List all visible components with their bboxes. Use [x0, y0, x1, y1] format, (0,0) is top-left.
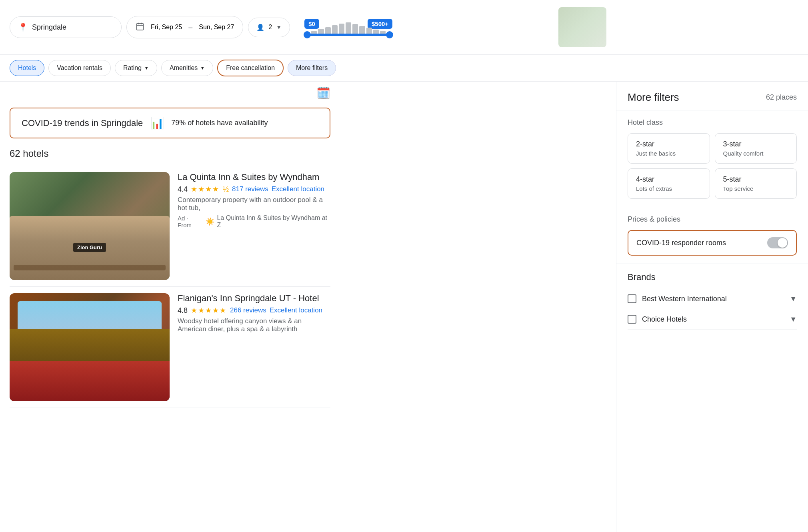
guests-value: 2	[268, 24, 272, 31]
reviews-link-2[interactable]: 266 reviews	[230, 306, 266, 314]
hotels-count: 62 hotels	[10, 145, 330, 166]
location-input[interactable]: 📍 Springdale	[10, 16, 122, 38]
hotel-desc-2: Woodsy hotel offering canyon views & an …	[178, 317, 330, 333]
hotel-class-section: Hotel class 2-star Just the basics 3-sta…	[616, 110, 808, 207]
calendar-emoji-icon: 🗓️	[316, 86, 330, 100]
more-filters-panel: More filters 62 places Hotel class 2-sta…	[616, 82, 808, 532]
sun-icon-1: ☀️	[206, 217, 214, 226]
hotel-sign-1: Zion Guru	[73, 243, 106, 252]
rating-score-1: 4.4	[178, 185, 188, 194]
prices-section: Prices & policies COVID-19 responder roo…	[616, 207, 808, 264]
ad-badge-1: Ad · From	[178, 215, 203, 228]
price-range: $0 $500+	[295, 16, 402, 39]
rating-chevron-icon: ▼	[144, 65, 149, 71]
amenities-chevron-icon: ▼	[200, 65, 205, 71]
star-option-2[interactable]: 2-star Just the basics	[628, 133, 710, 164]
covid-responder-toggle[interactable]	[767, 237, 788, 248]
star-name-5: 5-star	[723, 175, 789, 184]
map-thumbnail[interactable]	[558, 7, 606, 47]
ad-source-1: La Quinta Inn & Suites by Wyndham at Z	[217, 214, 330, 229]
star-desc-2: Just the basics	[636, 150, 702, 157]
stars-1: ★★★★	[191, 185, 220, 194]
filters-header: More filters 62 places	[616, 82, 808, 110]
hotel-card-2[interactable]: Flanigan's Inn Springdale UT - Hotel 4.8…	[10, 287, 330, 408]
covid-responder-row: COVID-19 responder rooms	[628, 230, 797, 256]
price-thumb-min[interactable]	[304, 31, 311, 38]
brand-checkbox-2[interactable]	[628, 315, 636, 324]
star-name-3: 3-star	[723, 140, 789, 148]
rating-tab-label: Rating	[123, 64, 142, 72]
brand-item-choice-hotels[interactable]: Choice Hotels ▼	[628, 309, 797, 330]
hotel-rating-row-2: 4.8 ★★★★★ 266 reviews Excellent location	[178, 306, 330, 315]
availability-text: 79% of hotels have availability	[171, 119, 268, 127]
svg-rect-0	[137, 24, 144, 30]
brand-chevron-1: ▼	[790, 295, 797, 303]
brand-name-1: Best Western International	[642, 295, 727, 303]
hotel-image-2	[10, 293, 170, 401]
star-option-5[interactable]: 5-star Top service	[715, 168, 797, 199]
left-panel: 🗓️ COVID-19 trends in Springdale 📊 79% o…	[0, 82, 340, 408]
filter-bar: Hotels Vacation rentals Rating ▼ Ameniti…	[0, 55, 808, 82]
location-link-2[interactable]: Excellent location	[270, 306, 322, 314]
stars-2: ★★★★★	[191, 306, 227, 315]
hotel-card-1[interactable]: Zion Guru La Quinta Inn & Suites by Wynd…	[10, 166, 330, 287]
price-slider-track[interactable]	[304, 34, 392, 36]
chart-icon: 📊	[150, 116, 164, 130]
filter-tab-hotels[interactable]: Hotels	[10, 60, 44, 76]
amenities-tab-label: Amenities	[170, 64, 198, 72]
brands-title: Brands	[628, 272, 797, 282]
star-option-3[interactable]: 3-star Quality comfort	[715, 133, 797, 164]
hotel-image-1: Zion Guru	[10, 172, 170, 280]
vacation-tab-label: Vacation rentals	[57, 64, 102, 72]
main-content: 🗓️ COVID-19 trends in Springdale 📊 79% o…	[0, 82, 808, 408]
guests-chevron-icon: ▼	[276, 24, 282, 30]
covid-banner-text: COVID-19 trends in Springdale	[22, 118, 143, 128]
filter-tab-cancellation[interactable]: Free cancellation	[217, 60, 284, 76]
location-value: Springdale	[32, 23, 66, 32]
hotel-class-title: Hotel class	[628, 118, 797, 127]
star-desc-3: Quality comfort	[723, 150, 789, 157]
hotels-tab-label: Hotels	[18, 64, 36, 72]
filter-tab-rating[interactable]: Rating ▼	[115, 60, 157, 76]
rating-score-2: 4.8	[178, 306, 188, 315]
covid-responder-label: COVID-19 responder rooms	[636, 239, 726, 247]
brands-section: Brands Best Western International ▼ Choi…	[616, 264, 808, 525]
star-option-4[interactable]: 4-star Lots of extras	[628, 168, 710, 199]
price-thumb-max[interactable]	[386, 31, 393, 38]
brand-checkbox-1[interactable]	[628, 294, 636, 303]
search-bar: 📍 Springdale Fri, Sep 25 – Sun, Sep 27 👤…	[0, 0, 808, 55]
filter-tab-more[interactable]: More filters	[288, 60, 336, 76]
calendar-icon	[136, 22, 144, 32]
brand-left-1: Best Western International	[628, 294, 727, 303]
price-slider-fill	[304, 34, 392, 36]
hotel-desc-1: Contemporary property with an outdoor po…	[178, 196, 330, 212]
filter-tab-vacation[interactable]: Vacation rentals	[48, 60, 111, 76]
guests-input[interactable]: 👤 2 ▼	[248, 18, 290, 37]
brand-chevron-2: ▼	[790, 315, 797, 324]
location-link-1[interactable]: Excellent location	[272, 185, 324, 193]
half-star-1: ½	[223, 185, 229, 194]
hotel-name-1: La Quinta Inn & Suites by Wyndham	[178, 172, 330, 182]
hotel-info-1: La Quinta Inn & Suites by Wyndham 4.4 ★★…	[178, 172, 330, 280]
date-range-input[interactable]: Fri, Sep 25 – Sun, Sep 27	[126, 16, 243, 38]
pin-icon: 📍	[18, 22, 28, 32]
star-name-2: 2-star	[636, 140, 702, 148]
star-desc-4: Lots of extras	[636, 185, 702, 192]
covid-banner[interactable]: COVID-19 trends in Springdale 📊 79% of h…	[10, 108, 330, 138]
prices-title: Prices & policies	[628, 215, 797, 224]
star-grid: 2-star Just the basics 3-star Quality co…	[628, 133, 797, 199]
toggle-thumb	[778, 238, 787, 248]
filter-tab-amenities[interactable]: Amenities ▼	[161, 60, 213, 76]
price-histogram	[304, 22, 392, 34]
ad-row-1: Ad · From ☀️ La Quinta Inn & Suites by W…	[178, 214, 330, 229]
brand-item-best-western[interactable]: Best Western International ▼	[628, 289, 797, 309]
star-name-4: 4-star	[636, 175, 702, 184]
hotel-info-2: Flanigan's Inn Springdale UT - Hotel 4.8…	[178, 293, 330, 401]
checkin-value: Fri, Sep 25	[151, 24, 182, 31]
top-row: 🗓️	[10, 82, 330, 104]
filters-title: More filters	[628, 91, 679, 104]
filter-footer: Clear Apply	[616, 525, 808, 532]
brand-name-2: Choice Hotels	[642, 315, 687, 324]
reviews-link-1[interactable]: 817 reviews	[232, 185, 268, 193]
more-filters-tab-label: More filters	[296, 64, 328, 72]
